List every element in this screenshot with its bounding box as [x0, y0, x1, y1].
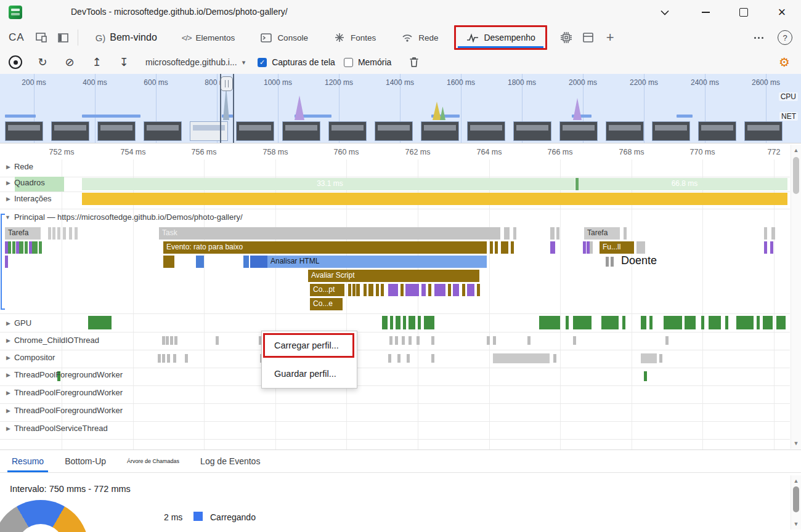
minimize-button[interactable] [695, 3, 716, 22]
screenshot-thumbnail[interactable] [51, 121, 89, 141]
flame-bar[interactable] [69, 227, 72, 240]
flame-bar[interactable] [250, 256, 267, 268]
flame-bar[interactable] [352, 284, 356, 296]
inspect-elements-button[interactable]: CA [9, 31, 25, 44]
compile-script-bar[interactable]: Co...pt [310, 284, 344, 296]
flame-bar[interactable] [25, 241, 28, 254]
frame-bar[interactable]: 66.8 ms [579, 178, 787, 190]
flame-bar[interactable] [606, 257, 609, 267]
flame-bar[interactable] [395, 336, 398, 345]
menu-item-load-profile[interactable]: Carregar perfil... [262, 331, 357, 360]
summary-scrollbar[interactable]: ▲ ▼ [791, 475, 801, 530]
flame-bar[interactable] [573, 336, 576, 345]
track-principal-header[interactable]: ▼ Principal — https://microsoftedge.gith… [5, 212, 243, 222]
settings-gear-icon[interactable]: ⚙ [778, 55, 791, 69]
flame-bar[interactable] [400, 284, 404, 296]
gpu-bar[interactable] [566, 316, 569, 329]
screenshot-thumbnail[interactable] [559, 121, 598, 141]
gpu-bar[interactable] [390, 316, 393, 329]
flame-bar[interactable] [32, 241, 38, 254]
load-profile-icon[interactable]: ↥ [90, 55, 104, 69]
scroll-down-icon[interactable]: ▼ [791, 520, 801, 528]
flame-bar[interactable] [771, 227, 775, 240]
flame-bar[interactable] [659, 354, 662, 363]
flame-bar[interactable] [434, 284, 445, 296]
flame-bar[interactable] [48, 227, 51, 240]
flame-bar[interactable] [770, 241, 773, 254]
flame-bar[interactable] [409, 336, 412, 345]
frame-bar[interactable]: 33.1 ms [82, 178, 575, 190]
flame-bar[interactable] [397, 354, 400, 363]
compositor-bar[interactable] [641, 353, 657, 363]
flame-bar[interactable] [448, 284, 451, 296]
track-label-chrome-childiothread[interactable]: ▶Chrome_ChildIOThread [6, 336, 99, 345]
compositor-bar[interactable] [493, 353, 550, 363]
flame-bar[interactable] [636, 241, 645, 254]
scroll-down-icon[interactable]: ▼ [791, 439, 801, 448]
flame-bar[interactable] [553, 354, 556, 363]
flame-bar[interactable] [513, 227, 516, 240]
screenshot-thumbnail[interactable] [282, 121, 320, 141]
flame-bar[interactable] [590, 241, 593, 254]
function-call-bar[interactable]: Fu...ll [600, 241, 634, 254]
menu-dots-button[interactable] [748, 37, 769, 39]
gpu-bar[interactable] [685, 316, 696, 329]
memory-checkbox[interactable] [344, 58, 353, 67]
gpu-bar[interactable] [573, 316, 592, 329]
flame-bar[interactable] [501, 241, 508, 254]
menu-item-save-profile[interactable]: Guardar perfil... [262, 360, 357, 388]
more-tools-button[interactable]: + [606, 30, 614, 46]
gpu-bar[interactable] [409, 316, 415, 329]
tab-arvore-de-chamadas[interactable]: Árvore de Chamadas [116, 450, 190, 472]
flame-bar[interactable] [381, 284, 384, 296]
evaluate-script-bar[interactable]: Avaliar Script [308, 270, 479, 282]
gpu-bar[interactable] [396, 316, 400, 329]
flame-bar[interactable] [162, 354, 165, 363]
tracks-scrollbar[interactable]: ▲ ▼ [791, 145, 801, 449]
flame-bar[interactable] [495, 241, 498, 254]
flame-bar[interactable] [611, 257, 614, 267]
flame-bar[interactable] [431, 336, 434, 345]
screenshot-thumbnail[interactable] [513, 121, 551, 141]
layers-icon[interactable] [582, 31, 595, 44]
flame-bar[interactable] [417, 336, 420, 345]
flame-bar[interactable] [467, 284, 474, 296]
flame-bar[interactable] [12, 241, 15, 254]
screenshot-thumbnail[interactable] [421, 121, 459, 141]
tab-resumo[interactable]: Resumo [1, 450, 54, 472]
compile-code-bar[interactable]: Co...e [310, 298, 343, 310]
flame-bar[interactable] [550, 227, 555, 240]
screenshot-thumbnail[interactable] [236, 121, 274, 141]
flame-bar[interactable] [185, 354, 188, 363]
screenshot-thumbnail[interactable] [328, 121, 367, 141]
tab-bem-vindo[interactable]: G) Bem-vindo [83, 25, 169, 50]
flame-bar[interactable] [764, 227, 767, 240]
track-label-rede[interactable]: ▶Rede [6, 162, 33, 171]
flame-bar[interactable] [174, 336, 177, 345]
flame-bar[interactable] [196, 256, 204, 268]
selection-handle-right[interactable] [233, 74, 234, 143]
tab-bottom-up[interactable]: Bottom-Up [54, 450, 116, 472]
tab-log-de-eventos[interactable]: Log de Eventos [190, 450, 270, 472]
track-label-threadpoolservicethread[interactable]: ▶ThreadPoolServiceThread [6, 424, 108, 433]
gpu-bar[interactable] [736, 316, 754, 329]
scrollbar-thumb[interactable] [793, 486, 799, 512]
flame-bar[interactable] [428, 284, 431, 296]
flame-bar[interactable] [504, 227, 510, 240]
flame-bar[interactable] [166, 336, 169, 345]
gpu-bar[interactable] [622, 316, 625, 329]
flame-bar[interactable] [407, 354, 410, 363]
flame-bar[interactable] [158, 354, 161, 363]
screenshot-thumbnail[interactable] [698, 121, 736, 141]
device-toolbar-icon[interactable] [35, 31, 48, 44]
flame-bar[interactable] [364, 284, 367, 296]
flame-bar[interactable] [624, 227, 627, 240]
gpu-bar[interactable] [701, 316, 704, 329]
gpu-bar[interactable] [641, 316, 646, 329]
tab-desempenho[interactable]: Desempenho [454, 25, 547, 50]
scroll-up-icon[interactable]: ▲ [791, 146, 801, 155]
clear-recording-button[interactable]: ⊘ [63, 55, 76, 69]
screenshot-thumbnail[interactable] [144, 121, 182, 141]
screenshot-thumbnail[interactable] [190, 121, 228, 141]
screenshot-thumbnail[interactable] [5, 121, 43, 141]
